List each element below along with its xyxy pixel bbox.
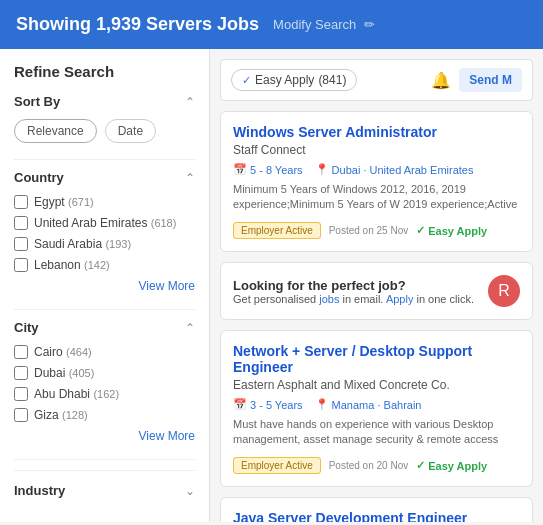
date-sort-button[interactable]: Date (105, 119, 156, 143)
sidebar: Refine Search Sort By ⌃ Relevance Date C… (0, 49, 210, 522)
city-cairo-label: Cairo (464) (34, 345, 92, 359)
city-section: City ⌃ Cairo (464) Dubai (405) Abu Dhabi… (14, 320, 195, 443)
banner-jobs-link[interactable]: jobs (319, 293, 339, 305)
city-abudhabi-checkbox[interactable] (14, 387, 28, 401)
job-card-2: Network + Server / Desktop Support Engin… (220, 330, 533, 487)
country-saudi: Saudi Arabia (193) (14, 237, 195, 251)
job-card-1: Windows Server Administrator Staff Conne… (220, 111, 533, 252)
sort-by-label: Sort By (14, 94, 60, 109)
sort-by-chevron-icon: ⌃ (185, 95, 195, 109)
easy-apply-label-1: Easy Apply (428, 225, 487, 237)
banner-register-button[interactable]: R (488, 275, 520, 307)
experience-text-2: 3 - 5 Years (250, 399, 303, 411)
content-area: ✓ Easy Apply (841) 🔔 Send M Windows Serv… (210, 49, 543, 522)
easy-apply-button-2[interactable]: ✓ Easy Apply (416, 459, 487, 472)
city-header: City ⌃ (14, 320, 195, 335)
city-abudhabi: Abu Dhabi (162) (14, 387, 195, 401)
easy-apply-button-1[interactable]: ✓ Easy Apply (416, 224, 487, 237)
check-icon: ✓ (242, 74, 251, 87)
banner-apply-link[interactable]: Apply (386, 293, 414, 305)
country-lebanon-label: Lebanon (142) (34, 258, 110, 272)
posted-date-1: Posted on 25 Nov (329, 225, 409, 236)
pin-icon-2: 📍 (315, 398, 329, 411)
country-lebanon-checkbox[interactable] (14, 258, 28, 272)
filter-bar: ✓ Easy Apply (841) 🔔 Send M (220, 59, 533, 101)
country-egypt-checkbox[interactable] (14, 195, 28, 209)
country-uae-label: United Arab Emirates (618) (34, 216, 176, 230)
city-cairo: Cairo (464) (14, 345, 195, 359)
location-text-2: Manama · Bahrain (332, 399, 422, 411)
country-section: Country ⌃ Egypt (671) United Arab Emirat… (14, 170, 195, 293)
city-chevron-icon: ⌃ (185, 321, 195, 335)
easy-apply-label-2: Easy Apply (428, 460, 487, 472)
country-header: Country ⌃ (14, 170, 195, 185)
location-meta-2: 📍 Manama · Bahrain (315, 398, 422, 411)
employer-badge-2: Employer Active (233, 457, 321, 474)
calendar-icon-2: 📅 (233, 398, 247, 411)
country-chevron-icon: ⌃ (185, 171, 195, 185)
easy-apply-filter-tag[interactable]: ✓ Easy Apply (841) (231, 69, 357, 91)
page-title: Showing 1,939 Servers Jobs (16, 14, 259, 35)
city-giza-label: Giza (128) (34, 408, 88, 422)
industry-header[interactable]: Industry ⌄ (14, 483, 195, 498)
country-saudi-label: Saudi Arabia (193) (34, 237, 131, 251)
banner-sub-text: Get personalised jobs in email. Apply in… (233, 293, 474, 305)
country-egypt: Egypt (671) (14, 195, 195, 209)
city-label: City (14, 320, 39, 335)
experience-text-1: 5 - 8 Years (250, 164, 303, 176)
city-dubai: Dubai (405) (14, 366, 195, 380)
location-meta-1: 📍 Dubai · United Arab Emirates (315, 163, 474, 176)
industry-label: Industry (14, 483, 65, 498)
city-dubai-label: Dubai (405) (34, 366, 94, 380)
bell-icon[interactable]: 🔔 (431, 71, 451, 90)
country-view-more[interactable]: View More (14, 279, 195, 293)
pin-icon-1: 📍 (315, 163, 329, 176)
employer-badge-1: Employer Active (233, 222, 321, 239)
city-dubai-checkbox[interactable] (14, 366, 28, 380)
company-name-2: Eastern Asphalt and Mixed Concrete Co. (233, 378, 520, 392)
filter-tag-label: Easy Apply (255, 73, 314, 87)
refine-search-title: Refine Search (14, 63, 195, 80)
city-abudhabi-label: Abu Dhabi (162) (34, 387, 119, 401)
filter-tag-count: (841) (318, 73, 346, 87)
pencil-icon: ✏ (364, 17, 375, 32)
job-desc-2: Must have hands on experience with vario… (233, 417, 520, 449)
job-title-1[interactable]: Windows Server Administrator (233, 124, 520, 140)
send-me-button[interactable]: Send M (459, 68, 522, 92)
job-meta-1: 📅 5 - 8 Years 📍 Dubai · United Arab Emir… (233, 163, 520, 176)
country-uae-checkbox[interactable] (14, 216, 28, 230)
city-giza-checkbox[interactable] (14, 408, 28, 422)
country-lebanon: Lebanon (142) (14, 258, 195, 272)
sort-by-section: Sort By ⌃ Relevance Date (14, 94, 195, 143)
posted-date-2: Posted on 20 Nov (329, 460, 409, 471)
industry-chevron-icon: ⌄ (185, 484, 195, 498)
job-footer-2: Employer Active Posted on 20 Nov ✓ Easy … (233, 457, 520, 474)
calendar-icon-1: 📅 (233, 163, 247, 176)
job-title-3[interactable]: Java Server Development Engineer (233, 510, 520, 522)
city-cairo-checkbox[interactable] (14, 345, 28, 359)
job-desc-1: Minimum 5 Years of Windows 2012, 2016, 2… (233, 182, 520, 214)
company-name-1: Staff Connect (233, 143, 520, 157)
job-title-2[interactable]: Network + Server / Desktop Support Engin… (233, 343, 520, 375)
country-label: Country (14, 170, 64, 185)
experience-meta-1: 📅 5 - 8 Years (233, 163, 303, 176)
modify-search-link[interactable]: Modify Search (273, 17, 356, 32)
relevance-sort-button[interactable]: Relevance (14, 119, 97, 143)
experience-meta-2: 📅 3 - 5 Years (233, 398, 303, 411)
country-uae: United Arab Emirates (618) (14, 216, 195, 230)
banner-main-text: Looking for the perfect job? (233, 278, 474, 293)
sort-buttons: Relevance Date (14, 119, 195, 143)
page-header: Showing 1,939 Servers Jobs Modify Search… (0, 0, 543, 49)
industry-section: Industry ⌄ (14, 470, 195, 498)
job-card-3: Java Server Development Engineer BAYANAT… (220, 497, 533, 522)
country-egypt-label: Egypt (671) (34, 195, 94, 209)
job-meta-2: 📅 3 - 5 Years 📍 Manama · Bahrain (233, 398, 520, 411)
personalised-banner: Looking for the perfect job? Get persona… (220, 262, 533, 320)
easy-apply-check-icon-1: ✓ (416, 224, 425, 237)
job-footer-1: Employer Active Posted on 25 Nov ✓ Easy … (233, 222, 520, 239)
banner-text: Looking for the perfect job? Get persona… (233, 278, 474, 305)
city-view-more[interactable]: View More (14, 429, 195, 443)
main-container: Refine Search Sort By ⌃ Relevance Date C… (0, 49, 543, 522)
location-text-1: Dubai · United Arab Emirates (332, 164, 474, 176)
country-saudi-checkbox[interactable] (14, 237, 28, 251)
